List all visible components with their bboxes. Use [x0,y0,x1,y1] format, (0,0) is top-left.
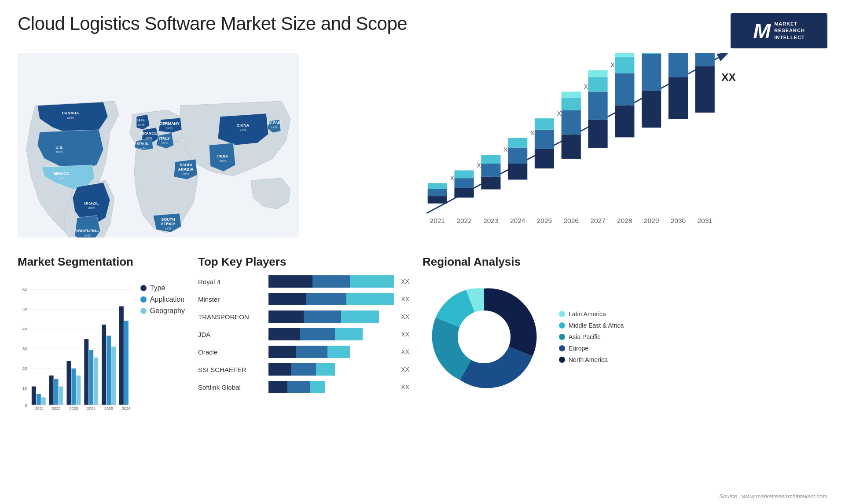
player-name: Royal 4 [198,278,264,285]
svg-rect-42 [454,170,474,178]
svg-rect-129 [124,321,129,405]
svg-rect-118 [76,376,81,405]
svg-text:20: 20 [22,366,28,371]
type-dot [140,285,147,291]
svg-text:2024: 2024 [510,217,525,224]
player-bar [268,363,394,376]
legend-europe: Europe [559,345,624,352]
svg-rect-90 [695,53,715,66]
world-map: CANADA xx% U.S. xx% MEXICO xx% BRAZIL xx… [18,53,299,237]
svg-rect-67 [588,91,607,120]
svg-text:2021: 2021 [35,406,44,411]
svg-text:JAPAN: JAPAN [268,121,281,125]
player-xx: XX [401,296,409,303]
svg-rect-63 [562,91,581,97]
legend-type-label: Type [150,284,165,292]
segmentation-chart: 60 50 40 30 20 10 0 [18,275,132,425]
svg-rect-79 [642,54,661,91]
svg-rect-74 [615,57,634,73]
players-title: Top Key Players [198,255,409,269]
svg-rect-84 [669,77,688,119]
segmentation-legend: Type Application Geography [140,284,185,315]
asia-pacific-dot [559,334,565,340]
svg-text:xx%: xx% [138,123,144,127]
player-bar [268,346,394,358]
svg-rect-120 [84,339,88,405]
player-name: Minster [198,296,264,303]
geography-dot [140,308,147,314]
svg-text:2022: 2022 [456,217,471,224]
svg-rect-110 [41,398,46,405]
player-row: TRANSPOREON XX [198,310,409,323]
svg-text:ARABIA: ARABIA [178,167,194,172]
segmentation-title: Market Segmentation [18,255,185,269]
svg-text:GERMANY: GERMANY [159,121,180,126]
svg-text:CHINA: CHINA [237,123,250,128]
svg-text:2027: 2027 [590,217,605,224]
player-row: JDA XX [198,328,409,340]
players-section: Top Key Players Royal 4 XX Minster XX [198,255,409,466]
segmentation-section: Market Segmentation 60 50 40 30 20 10 0 [18,255,185,466]
svg-rect-108 [32,387,36,405]
player-bar [268,275,394,288]
player-row: Softlink Global XX [198,381,409,393]
players-bars: Royal 4 XX Minster XX TRANSPOREON [198,275,409,393]
logo-box: M MARKET RESEARCH INTELLECT [731,13,827,48]
player-xx: XX [401,366,409,373]
svg-text:xx%: xx% [67,116,73,120]
regional-title: Regional Analysis [422,255,827,269]
svg-rect-80 [642,53,661,54]
svg-text:2023: 2023 [69,406,78,411]
svg-rect-69 [588,70,607,77]
player-bar [268,381,394,393]
svg-text:2028: 2028 [617,217,632,224]
svg-text:2026: 2026 [122,406,131,411]
player-name: JDA [198,331,264,338]
svg-text:xx%: xx% [165,226,171,230]
svg-text:CANADA: CANADA [62,111,79,115]
regional-section: Regional Analysis [422,255,827,466]
svg-text:FRANCE: FRANCE [140,131,157,135]
logo-letter: M [753,19,771,43]
svg-text:40: 40 [22,326,28,331]
svg-text:60: 60 [22,287,28,292]
legend-application: Application [140,296,185,303]
svg-rect-112 [49,376,54,405]
logo-text: MARKET RESEARCH INTELLECT [774,21,805,41]
player-xx: XX [401,278,409,285]
svg-rect-124 [102,325,106,405]
svg-text:2022: 2022 [52,406,61,411]
svg-text:AFRICA: AFRICA [161,222,176,226]
svg-text:xx%: xx% [166,126,173,130]
svg-text:ITALY: ITALY [159,136,170,141]
svg-rect-41 [454,178,474,188]
svg-text:2030: 2030 [671,217,686,224]
svg-text:MEXICO: MEXICO [54,172,70,176]
source-text: Source : www.marketresearchintellect.com [719,493,827,500]
svg-rect-114 [59,387,63,405]
svg-rect-122 [94,358,98,405]
svg-text:xx%: xx% [56,150,62,154]
player-row: Oracle XX [198,346,409,358]
svg-text:2021: 2021 [430,217,445,224]
svg-text:2025: 2025 [104,406,113,411]
player-xx: XX [401,348,409,355]
svg-text:xx%: xx% [271,125,277,129]
svg-rect-109 [37,394,41,405]
svg-rect-50 [508,164,527,179]
player-bar [268,310,394,323]
player-xx: XX [401,331,409,338]
bottom-section: Market Segmentation 60 50 40 30 20 10 0 [0,246,845,475]
north-america-dot [559,357,565,363]
player-name: TRANSPOREON [198,313,264,321]
svg-text:BRAZIL: BRAZIL [84,201,99,205]
svg-text:0: 0 [25,403,27,408]
svg-rect-113 [54,379,59,405]
svg-rect-62 [562,98,581,110]
svg-rect-73 [615,73,634,105]
svg-rect-55 [535,149,554,168]
svg-text:SOUTH: SOUTH [161,217,175,222]
svg-rect-128 [119,306,124,405]
page-title: Cloud Logistics Software Market Size and… [18,13,407,34]
asia-pacific-label: Asia Pacific [569,333,600,340]
